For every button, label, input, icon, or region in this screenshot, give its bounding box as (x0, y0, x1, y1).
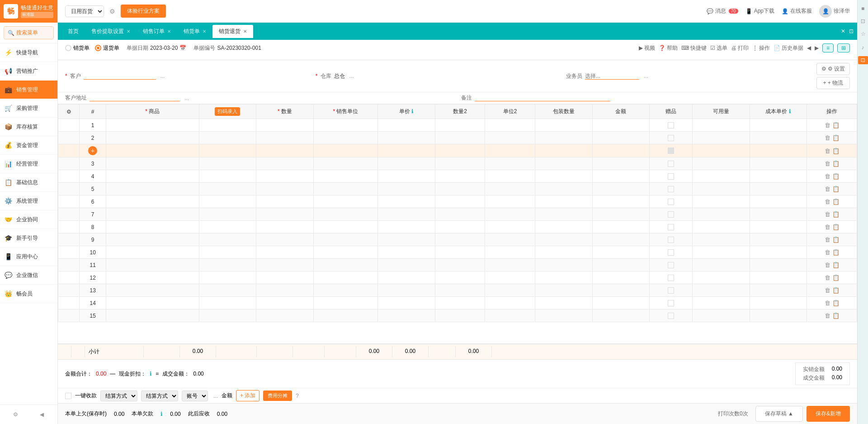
product-cell-15[interactable] (106, 310, 199, 322)
gift-checkbox-9[interactable] (668, 237, 674, 243)
notes-input[interactable] (475, 95, 610, 101)
add-price-cell[interactable] (378, 144, 435, 157)
trial-plan-button[interactable]: 体验行业方案 (121, 5, 166, 18)
cost-price-info-icon[interactable]: ℹ (789, 108, 791, 114)
gift-cell-9[interactable] (650, 233, 693, 246)
customer-input[interactable] (84, 73, 156, 80)
product-cell-6[interactable] (106, 195, 199, 208)
amount-cell-2[interactable] (592, 132, 650, 144)
operate-button[interactable]: ⋮ 操作 (752, 44, 770, 52)
delete-row-icon-1[interactable]: 🗑 (825, 122, 830, 129)
pack-qty-cell-15[interactable] (535, 310, 593, 322)
sales-unit-cell-1[interactable] (313, 119, 377, 132)
sidebar-item-inventory[interactable]: 📦 库存核算 (0, 118, 57, 136)
gift-checkbox-5[interactable] (668, 186, 674, 192)
tab-sales-delivery[interactable]: 销货单 ✕ (177, 25, 212, 38)
delete-row-icon-10[interactable]: 🗑 (825, 249, 830, 256)
quantity-cell-11[interactable] (256, 259, 314, 272)
expense-help-icon[interactable]: ? (296, 393, 299, 399)
quantity-cell-13[interactable] (256, 284, 314, 297)
pack-qty-cell-1[interactable] (535, 119, 593, 132)
gift-checkbox-10[interactable] (668, 249, 674, 256)
sales-unit-cell-11[interactable] (313, 259, 377, 272)
unit2-cell-2[interactable] (485, 132, 535, 144)
gift-checkbox-15[interactable] (668, 313, 674, 319)
sidebar-item-finance[interactable]: 💰 资金管理 (0, 136, 57, 155)
save-new-button[interactable]: 保存&新增 (807, 406, 850, 422)
tab-sales-order[interactable]: 销售订单 ✕ (137, 25, 177, 38)
unit-price-cell-5[interactable] (378, 183, 435, 195)
pack-qty-cell-5[interactable] (535, 183, 593, 195)
amount-cell-8[interactable] (592, 221, 650, 233)
add-unit-cell[interactable] (313, 144, 377, 157)
grid-view-button[interactable]: ⊞ (837, 43, 850, 52)
address-lookup-button[interactable]: ... (184, 95, 189, 101)
gift-checkbox-14[interactable] (668, 300, 674, 306)
qty2-cell-9[interactable] (435, 233, 485, 246)
gift-checkbox-3[interactable] (668, 161, 674, 167)
delete-row-icon-2[interactable]: 🗑 (825, 134, 830, 141)
product-cell-2[interactable] (106, 132, 199, 144)
sales-unit-cell-13[interactable] (313, 284, 377, 297)
sidebar-item-basic[interactable]: 📋 基础信息 (0, 173, 57, 192)
delete-row-icon-4[interactable]: 🗑 (825, 173, 830, 180)
unit-price-cell-10[interactable] (378, 246, 435, 259)
sales-unit-cell-5[interactable] (313, 183, 377, 195)
amount-cell-15[interactable] (592, 310, 650, 322)
sidebar-item-app-center[interactable]: 📱 应用中心 (0, 248, 57, 266)
pack-qty-cell-3[interactable] (535, 157, 593, 170)
delivery-radio[interactable]: 销货单 (65, 44, 90, 52)
return-radio[interactable]: 退货单 (95, 44, 119, 52)
gift-checkbox-8[interactable] (668, 224, 674, 230)
quantity-cell-6[interactable] (256, 195, 314, 208)
sales-unit-cell-9[interactable] (313, 233, 377, 246)
delete-row-icon-15[interactable]: 🗑 (825, 312, 830, 319)
video-help-button[interactable]: ▶ 视频 (639, 44, 655, 52)
copy-row-icon-14[interactable]: 📋 (832, 300, 840, 306)
amount-cell-4[interactable] (592, 170, 650, 183)
sales-unit-cell-7[interactable] (313, 208, 377, 221)
logistics-button[interactable]: + + 物流 (816, 77, 850, 89)
unit-price-cell-15[interactable] (378, 310, 435, 322)
qty2-cell-1[interactable] (435, 119, 485, 132)
account-lookup-button[interactable]: ... (213, 393, 218, 399)
add-packqty-cell[interactable] (535, 144, 593, 157)
unit-price-cell-2[interactable] (378, 132, 435, 144)
gift-cell-3[interactable] (650, 157, 693, 170)
save-draft-button[interactable]: 保存草稿 ▲ (755, 406, 803, 422)
list-view-button[interactable]: ≡ (822, 43, 834, 52)
settings-button[interactable]: ⚙ ⚙ 设置 (816, 63, 850, 75)
expense-split-button[interactable]: 费用分摊 (263, 391, 292, 401)
right-bar-icon-3[interactable]: ☆ (860, 29, 866, 39)
unit2-cell-13[interactable] (485, 284, 535, 297)
delete-row-icon-7[interactable]: 🗑 (825, 211, 830, 218)
delete-row-icon-8[interactable]: 🗑 (825, 224, 830, 230)
unit2-cell-8[interactable] (485, 221, 535, 233)
sidebar-item-sales[interactable]: 💼 销售管理 (0, 81, 57, 99)
sales-unit-cell-3[interactable] (313, 157, 377, 170)
gift-checkbox-2[interactable] (668, 135, 674, 141)
sales-unit-cell-14[interactable] (313, 297, 377, 310)
amount-cell-14[interactable] (592, 297, 650, 310)
delete-row-icon-11[interactable]: 🗑 (825, 262, 830, 268)
unit2-cell-10[interactable] (485, 246, 535, 259)
unit2-cell-5[interactable] (485, 183, 535, 195)
unit2-cell-1[interactable] (485, 119, 535, 132)
qty2-cell-8[interactable] (435, 221, 485, 233)
online-service-button[interactable]: 👤 在线客服 (782, 7, 812, 15)
app-download-button[interactable]: 📱 App下载 (745, 7, 774, 15)
prev-record-button[interactable]: ◀ (807, 45, 811, 51)
pack-qty-cell-9[interactable] (535, 233, 593, 246)
right-bar-icon-5[interactable]: ⊡ (858, 56, 868, 64)
qty2-cell-6[interactable] (435, 195, 485, 208)
gift-cell-12[interactable] (650, 272, 693, 284)
amount-cell-11[interactable] (592, 259, 650, 272)
account-select[interactable]: 账号 (182, 391, 208, 401)
quantity-cell-8[interactable] (256, 221, 314, 233)
amount-cell-9[interactable] (592, 233, 650, 246)
sales-unit-cell-12[interactable] (313, 272, 377, 284)
gift-cell-1[interactable] (650, 119, 693, 132)
quantity-cell-1[interactable] (256, 119, 314, 132)
add-gift-cell[interactable] (650, 144, 693, 157)
qty2-cell-12[interactable] (435, 272, 485, 284)
